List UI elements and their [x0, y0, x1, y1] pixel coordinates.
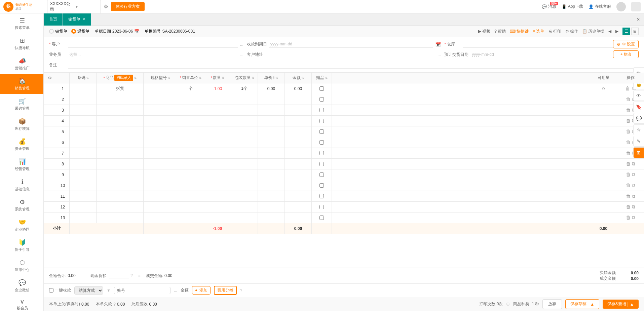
- expected-date-input[interactable]: [470, 51, 631, 58]
- calc-method-select[interactable]: 结算方式: [74, 286, 103, 295]
- copy-icon[interactable]: ⧉: [632, 161, 635, 166]
- account-more-icon[interactable]: ...: [174, 288, 177, 293]
- row-unit-cell[interactable]: 个: [177, 83, 204, 94]
- payment-calendar-icon[interactable]: 📅: [435, 42, 441, 47]
- calendar-icon[interactable]: 📅: [134, 29, 139, 34]
- price-sort-icon[interactable]: ⇅: [275, 76, 278, 80]
- gift-checkbox[interactable]: [319, 162, 324, 166]
- salesperson-more-icon[interactable]: ...: [240, 52, 243, 57]
- grid-view-icon[interactable]: ⊞: [631, 28, 639, 35]
- row-spec-cell[interactable]: [144, 83, 177, 94]
- float-comment-icon[interactable]: 💬: [633, 113, 644, 124]
- sidebar-item-finance[interactable]: 💰 资金管理: [0, 134, 43, 155]
- price-info-icon[interactable]: ℹ: [273, 76, 275, 80]
- logistics-button[interactable]: + 物流: [613, 50, 639, 58]
- payment-help-icon[interactable]: ?: [240, 288, 242, 293]
- gift-checkbox[interactable]: [319, 86, 324, 91]
- gift-checkbox[interactable]: [319, 108, 324, 112]
- expense-split-button[interactable]: 费用分摊: [214, 286, 237, 295]
- row-barcode-cell[interactable]: [70, 83, 97, 94]
- delete-icon[interactable]: 🗑: [626, 161, 631, 166]
- online-service-button[interactable]: 👤 在线客服: [589, 4, 611, 9]
- copy-icon[interactable]: ⧉: [632, 215, 635, 220]
- gift-checkbox[interactable]: [319, 129, 324, 134]
- discount-input[interactable]: [109, 273, 129, 278]
- help-button[interactable]: ? 帮助: [494, 29, 506, 34]
- sidebar-item-sales[interactable]: 🏠 销售管理: [0, 74, 43, 94]
- float-bookmark-icon[interactable]: 🔖: [633, 102, 644, 112]
- main-close-icon[interactable]: ✕: [637, 17, 640, 22]
- copy-icon[interactable]: ⧉: [632, 172, 635, 177]
- copy-icon[interactable]: ⧉: [632, 204, 635, 209]
- nav-next-icon[interactable]: ▶: [615, 29, 618, 34]
- row-qty-cell[interactable]: -1.00: [204, 83, 231, 94]
- sidebar-item-guide[interactable]: 🔰 新手引导: [0, 235, 43, 256]
- sidebar-item-enterprise[interactable]: 🤝 企业协同: [0, 215, 43, 235]
- sidebar-item-operations[interactable]: 📊 经营管理: [0, 155, 43, 175]
- message-button[interactable]: 💬 消息 99+: [542, 4, 556, 9]
- tab-close-icon[interactable]: ✕: [82, 17, 85, 22]
- copy-icon[interactable]: ⧉: [632, 193, 635, 199]
- gift-checkbox[interactable]: [319, 140, 324, 145]
- tab-sales-order[interactable]: 销货单 ✕: [63, 13, 91, 26]
- gift-sort-icon[interactable]: ⇅: [325, 76, 328, 80]
- total-due-info-icon[interactable]: ?: [113, 302, 116, 307]
- history-button[interactable]: 📋 历史单据: [582, 29, 604, 34]
- delete-icon[interactable]: 🗑: [626, 150, 631, 156]
- print-button[interactable]: 🖨 打印: [548, 29, 561, 34]
- scan-btn[interactable]: 扫码录入: [114, 75, 133, 81]
- row-pkg-cell[interactable]: 1个: [231, 83, 258, 94]
- row-product-cell[interactable]: 拆货: [97, 83, 144, 94]
- discount-info-icon[interactable]: ?: [130, 273, 133, 278]
- row-gift-cell[interactable]: [312, 83, 332, 94]
- one-click-checkbox[interactable]: [49, 288, 53, 293]
- delete-icon[interactable]: 🗑: [626, 183, 631, 188]
- delete-icon[interactable]: 🗑: [626, 193, 631, 199]
- delete-icon[interactable]: 🗑: [626, 129, 631, 134]
- video-button[interactable]: ▶ 视频: [478, 29, 490, 34]
- delete-icon[interactable]: 🗑: [626, 140, 631, 145]
- sidebar-item-inventory[interactable]: 📦 库存核算: [0, 114, 43, 134]
- float-eye-icon[interactable]: 👁: [633, 90, 644, 101]
- try-button[interactable]: 体验行业方案: [111, 2, 145, 11]
- sidebar-item-search[interactable]: ☰ 搜索菜单: [0, 13, 43, 34]
- radio-sales[interactable]: 销货单: [49, 29, 67, 34]
- operate-button[interactable]: ⚙ 操作: [565, 29, 578, 34]
- abandon-button[interactable]: 放弃: [542, 299, 562, 309]
- calc-method-more-icon[interactable]: ▼: [107, 288, 111, 293]
- avatar[interactable]: [616, 2, 626, 11]
- save-new-button[interactable]: 保存&新增 ▲: [603, 300, 639, 309]
- barcode-sort-icon[interactable]: ⇅: [86, 76, 89, 80]
- settings-icon[interactable]: ⚙: [104, 3, 108, 10]
- sidebar-item-member[interactable]: V 畅会员: [0, 296, 43, 311]
- product-sort-icon[interactable]: ⇅: [134, 76, 137, 80]
- sidebar-item-wechat[interactable]: 💬 企业微信: [0, 276, 43, 296]
- addr-more-icon[interactable]: ...: [438, 52, 441, 57]
- tab-close-main[interactable]: ✕: [637, 17, 644, 22]
- save-draft-button[interactable]: 保存草稿 ▲: [565, 299, 599, 309]
- delete-icon[interactable]: 🗑: [625, 86, 630, 91]
- sidebar-item-system[interactable]: ⚙ 系统管理: [0, 195, 43, 215]
- nav-prev-icon[interactable]: ◀: [608, 29, 611, 34]
- sidebar-item-basic[interactable]: ℹ 基础信息: [0, 175, 43, 195]
- delete-icon[interactable]: 🗑: [626, 96, 631, 102]
- delete-icon[interactable]: 🗑: [626, 107, 631, 113]
- product-type-icon[interactable]: ☉: [506, 302, 510, 307]
- select-order-button[interactable]: ≡ 选单: [533, 29, 544, 34]
- row-amount-cell[interactable]: 0.00: [285, 83, 312, 94]
- payment-date-input[interactable]: [269, 41, 433, 48]
- copy-icon[interactable]: ⧉: [632, 183, 635, 188]
- customer-input[interactable]: [68, 41, 238, 48]
- account-input[interactable]: [114, 287, 171, 294]
- unit-sort-icon[interactable]: ⇅: [199, 76, 201, 80]
- company-selector[interactable]: XXXXXX公司 ▼: [47, 0, 101, 14]
- gift-checkbox[interactable]: [319, 183, 324, 188]
- pkg-sort-icon[interactable]: ⇅: [252, 76, 254, 80]
- tab-home[interactable]: 首页: [44, 13, 63, 26]
- shortcut-button[interactable]: ⌨ 快捷键: [510, 29, 529, 34]
- user-menu-icon[interactable]: [631, 2, 641, 11]
- gift-checkbox[interactable]: [319, 172, 324, 177]
- qty-sort-icon[interactable]: ⇅: [222, 76, 224, 80]
- delete-icon[interactable]: 🗑: [626, 215, 631, 220]
- delete-icon[interactable]: 🗑: [626, 118, 631, 123]
